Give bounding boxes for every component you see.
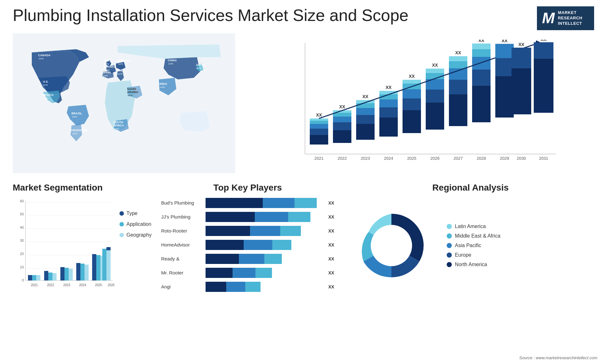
seg-legend: Type Application Geography xyxy=(119,198,152,296)
svg-text:20: 20 xyxy=(20,252,24,256)
legend-type: Type xyxy=(119,211,152,216)
svg-text:XX: XX xyxy=(409,74,415,79)
player-xx-jjs: XX xyxy=(328,214,334,219)
svg-text:2023: 2023 xyxy=(361,156,370,161)
top-section: CANADA xx% U.S. xx% MEXICO xx% BRAZIL xx… xyxy=(13,33,597,179)
legend-label-geography: Geography xyxy=(126,232,152,238)
player-name-buds: Bud's Plumbing xyxy=(161,200,202,206)
legend-dot-type xyxy=(119,211,124,216)
reg-legend-mea: Middle East & Africa xyxy=(447,233,500,239)
svg-text:2024: 2024 xyxy=(384,156,393,161)
legend-label-type: Type xyxy=(126,211,138,216)
bar-2028: XX 2028 xyxy=(472,40,491,161)
page-header: Plumbing Installation Services Market Si… xyxy=(0,0,610,33)
svg-text:GERMANY: GERMANY xyxy=(117,59,132,62)
svg-rect-126 xyxy=(48,273,52,280)
reg-legend-latin: Latin America xyxy=(447,224,500,229)
svg-text:U.K.: U.K. xyxy=(104,59,110,62)
svg-rect-71 xyxy=(426,90,444,103)
svg-text:MEXICO: MEXICO xyxy=(42,93,54,97)
world-map: CANADA xx% U.S. xx% MEXICO xx% BRAZIL xx… xyxy=(13,33,235,179)
svg-rect-81 xyxy=(449,56,467,61)
svg-rect-39 xyxy=(310,118,328,121)
svg-rect-121 xyxy=(28,275,32,280)
svg-rect-99 xyxy=(512,48,531,68)
svg-rect-80 xyxy=(449,61,467,68)
svg-rect-37 xyxy=(310,124,328,129)
key-players-title: Top Key Players xyxy=(161,183,334,193)
svg-rect-63 xyxy=(403,110,421,133)
svg-rect-122 xyxy=(32,275,36,280)
svg-rect-84 xyxy=(472,86,491,122)
bar-2027: XX 2027 xyxy=(449,50,467,161)
svg-rect-49 xyxy=(356,124,375,140)
svg-text:xx%: xx% xyxy=(39,57,44,60)
reg-label-na: North America xyxy=(455,262,487,267)
svg-text:ITALY: ITALY xyxy=(117,69,125,72)
svg-text:INDIA: INDIA xyxy=(159,82,167,85)
svg-text:XX: XX xyxy=(541,40,547,42)
logo-text: MARKET RESEARCH INTELLECT xyxy=(558,10,582,26)
svg-rect-86 xyxy=(472,57,491,70)
logo-line3: INTELLECT xyxy=(558,21,582,26)
svg-text:xx%: xx% xyxy=(43,84,48,86)
svg-text:40: 40 xyxy=(20,226,24,229)
svg-text:2025: 2025 xyxy=(95,283,102,287)
player-xx-angi: XX xyxy=(328,284,334,289)
svg-rect-38 xyxy=(310,121,328,124)
bar-2021: XX 2021 xyxy=(310,112,328,161)
svg-rect-79 xyxy=(449,68,467,80)
legend-application: Application xyxy=(119,221,152,227)
reg-dot-latin xyxy=(447,224,452,229)
svg-rect-137 xyxy=(92,254,96,280)
player-xx-buds: XX xyxy=(328,200,334,206)
segmentation-title: Market Segmentation xyxy=(13,183,152,193)
bar-2031: XX 2031 xyxy=(534,40,553,161)
svg-rect-78 xyxy=(449,80,467,94)
svg-rect-127 xyxy=(52,273,57,280)
donut-chart-svg xyxy=(344,198,439,293)
svg-text:2028: 2028 xyxy=(477,156,486,161)
svg-rect-88 xyxy=(472,44,491,49)
svg-rect-145 xyxy=(106,250,111,280)
regional-legend: Latin America Middle East & Africa Asia … xyxy=(447,224,500,267)
svg-rect-64 xyxy=(403,98,421,110)
legend-dot-geography xyxy=(119,233,124,237)
player-name-angi: Angi xyxy=(161,284,202,289)
reg-dot-na xyxy=(447,262,452,267)
svg-text:50: 50 xyxy=(20,212,24,216)
svg-rect-77 xyxy=(449,94,467,126)
svg-text:2021: 2021 xyxy=(31,283,38,287)
legend-dot-application xyxy=(119,222,124,226)
svg-text:60: 60 xyxy=(20,199,24,203)
svg-rect-58 xyxy=(379,99,398,107)
player-name-jjs: JJ's Plumbing xyxy=(161,214,202,219)
svg-rect-103 xyxy=(534,42,553,59)
svg-rect-65 xyxy=(403,89,421,98)
svg-text:XX: XX xyxy=(386,85,392,90)
svg-text:2031: 2031 xyxy=(539,156,548,161)
player-row-ready: Ready & XX xyxy=(161,254,334,264)
svg-text:BRAZIL: BRAZIL xyxy=(71,112,82,115)
player-row-buds: Bud's Plumbing XX xyxy=(161,198,334,208)
player-row-homeadvisor: HomeAdvisor XX xyxy=(161,240,334,250)
svg-rect-45 xyxy=(333,113,351,117)
page-title: Plumbing Installation Services Market Si… xyxy=(13,6,409,24)
svg-text:SAUDI: SAUDI xyxy=(127,87,136,91)
bar-chart: XX 2021 XX 2022 xyxy=(241,33,597,179)
svg-rect-51 xyxy=(356,108,375,115)
svg-rect-144 xyxy=(102,249,106,280)
growth-chart-svg: XX 2021 XX 2022 xyxy=(261,40,591,173)
svg-rect-102 xyxy=(534,59,553,113)
svg-text:SOUTH: SOUTH xyxy=(113,121,123,124)
svg-text:xx%: xx% xyxy=(114,127,119,130)
svg-text:XX: XX xyxy=(339,104,345,109)
svg-text:ARABIA: ARABIA xyxy=(127,91,138,94)
players-list: Bud's Plumbing XX JJ's Plumbing xyxy=(161,198,334,292)
svg-rect-93 xyxy=(495,76,514,118)
player-name-mrooter: Mr. Rooter xyxy=(161,270,202,275)
svg-rect-44 xyxy=(333,117,351,122)
logo-line1: MARKET xyxy=(558,10,577,15)
svg-text:30: 30 xyxy=(20,239,24,242)
svg-text:xx%: xx% xyxy=(72,132,77,135)
